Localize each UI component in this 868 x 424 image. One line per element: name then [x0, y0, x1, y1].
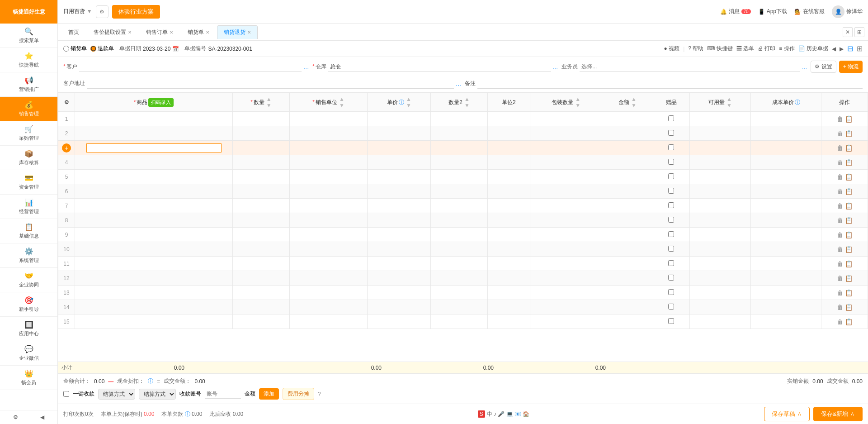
pack-qty-cell[interactable]: [530, 126, 602, 141]
quantity2-cell[interactable]: [431, 155, 487, 170]
unit-price-cell[interactable]: [368, 213, 431, 228]
tab-grid-view[interactable]: ⊞: [854, 27, 864, 37]
product-cell[interactable]: [75, 155, 233, 170]
cost-price-cell[interactable]: [751, 141, 821, 155]
gift-checkbox[interactable]: [668, 304, 674, 310]
account-input[interactable]: [205, 389, 241, 399]
sale-unit-cell[interactable]: [289, 257, 368, 271]
print-action[interactable]: 🖨 打印: [758, 45, 775, 52]
unit-price-cell[interactable]: [368, 184, 431, 199]
delete-icon[interactable]: 🗑: [837, 173, 843, 181]
sidebar-item-inventory[interactable]: 📦 库存核算: [0, 146, 57, 170]
sale-unit-cell[interactable]: [289, 199, 368, 213]
sale-unit-cell[interactable]: [289, 126, 368, 141]
product-cell[interactable]: [75, 257, 233, 271]
sidebar-item-sales[interactable]: 💰 销售管理: [0, 97, 57, 121]
quantity2-cell[interactable]: [431, 228, 487, 242]
copy-icon[interactable]: 📋: [845, 231, 853, 238]
amount-cell[interactable]: [602, 112, 653, 126]
sidebar-item-quicknav[interactable]: ⭐ 快捷导航: [0, 48, 57, 72]
copy-icon[interactable]: 📋: [845, 304, 853, 311]
delete-icon[interactable]: 🗑: [837, 260, 843, 267]
nav-next[interactable]: ▶: [840, 46, 844, 52]
unit-price-cell[interactable]: [368, 170, 431, 184]
pack-qty-cell[interactable]: [530, 300, 602, 314]
pack-qty-cell[interactable]: [530, 314, 602, 329]
sale-unit-cell[interactable]: [289, 141, 368, 155]
sidebar-footer-collapse[interactable]: ◀: [40, 414, 44, 420]
video-action[interactable]: ● 视频: [664, 45, 680, 52]
sidebar-item-purchase[interactable]: 🛒 采购管理: [0, 121, 57, 146]
cost-price-cell[interactable]: [751, 213, 821, 228]
product-cell[interactable]: [75, 228, 233, 242]
radio-sale[interactable]: 销货单: [63, 45, 87, 52]
sale-unit-cell[interactable]: [289, 170, 368, 184]
pack-qty-cell[interactable]: [530, 199, 602, 213]
info-icon-cost[interactable]: ⓘ: [795, 99, 800, 106]
save-new-btn[interactable]: 保存&新增 ∧: [813, 407, 863, 421]
sidebar-item-weixin[interactable]: 💬 企业微信: [0, 341, 57, 366]
quantity2-cell[interactable]: [431, 242, 487, 257]
sidebar-item-member[interactable]: 👑 畅会员: [0, 366, 57, 390]
product-cell[interactable]: [75, 286, 233, 300]
available-cell[interactable]: [689, 228, 751, 242]
unit-price-cell[interactable]: [368, 286, 431, 300]
quantity2-cell[interactable]: [431, 199, 487, 213]
sidebar-item-finance[interactable]: 💳 资金管理: [0, 170, 57, 195]
add-row-btn[interactable]: +: [62, 143, 71, 152]
minus-btn[interactable]: —: [108, 378, 113, 385]
gift-cell[interactable]: [653, 199, 689, 213]
calculation-select[interactable]: 结算方式: [139, 389, 176, 400]
pack-qty-cell[interactable]: [530, 271, 602, 286]
product-cell[interactable]: [75, 213, 233, 228]
col-settings[interactable]: ⚙: [58, 93, 75, 112]
sidebar-item-enterprise[interactable]: 🤝 企业协同: [0, 268, 57, 292]
gift-cell[interactable]: [653, 286, 689, 300]
unit2-cell[interactable]: [487, 314, 530, 329]
online-service-action[interactable]: 💁 在线客服: [794, 8, 825, 15]
sale-unit-cell[interactable]: [289, 271, 368, 286]
gift-checkbox[interactable]: [668, 275, 674, 281]
unit-price-cell[interactable]: [368, 300, 431, 314]
sale-unit-cell[interactable]: [289, 228, 368, 242]
unit-price-cell[interactable]: [368, 155, 431, 170]
tab-home[interactable]: 首页: [61, 25, 86, 39]
available-cell[interactable]: [689, 213, 751, 228]
cost-price-cell[interactable]: [751, 184, 821, 199]
quantity-cell[interactable]: [233, 141, 289, 155]
select-action[interactable]: ☰ 选单: [736, 45, 754, 52]
settings-quick-btn[interactable]: ⚙ 设置: [811, 61, 836, 73]
product-cell[interactable]: [75, 271, 233, 286]
cost-price-cell[interactable]: [751, 271, 821, 286]
cost-price-cell[interactable]: [751, 314, 821, 329]
amount-cell[interactable]: [602, 228, 653, 242]
unit2-cell[interactable]: [487, 228, 530, 242]
gift-cell[interactable]: [653, 126, 689, 141]
tab-sale-return-close[interactable]: ✕: [247, 30, 251, 35]
pack-qty-cell[interactable]: [530, 257, 602, 271]
tab-sale-price[interactable]: 售价提取设置 ✕: [87, 25, 138, 39]
gift-checkbox[interactable]: [668, 130, 674, 136]
quantity-cell[interactable]: [233, 112, 289, 126]
unit2-cell[interactable]: [487, 300, 530, 314]
quantity2-cell[interactable]: [431, 112, 487, 126]
quantity-cell[interactable]: [233, 271, 289, 286]
quantity-cell[interactable]: [233, 257, 289, 271]
tab-sale-order-close[interactable]: ✕: [170, 30, 173, 35]
gift-checkbox[interactable]: [668, 173, 674, 179]
card-view-icon[interactable]: ⊞: [857, 44, 863, 53]
cost-price-cell[interactable]: [751, 228, 821, 242]
amount-cell[interactable]: [602, 184, 653, 199]
available-cell[interactable]: [689, 300, 751, 314]
warehouse-dots[interactable]: ...: [553, 63, 558, 71]
add-payment-btn[interactable]: 添加: [259, 388, 279, 400]
gift-cell[interactable]: [653, 300, 689, 314]
sidebar-item-basic[interactable]: 📋 基础信息: [0, 219, 57, 243]
available-cell[interactable]: [689, 199, 751, 213]
radio-return[interactable]: 退款单: [90, 45, 114, 52]
address-dots[interactable]: ...: [456, 80, 461, 87]
quantity2-cell[interactable]: [431, 170, 487, 184]
unit-price-cell[interactable]: [368, 228, 431, 242]
sale-unit-cell[interactable]: [289, 184, 368, 199]
tab-close-all[interactable]: ✕: [843, 27, 853, 37]
